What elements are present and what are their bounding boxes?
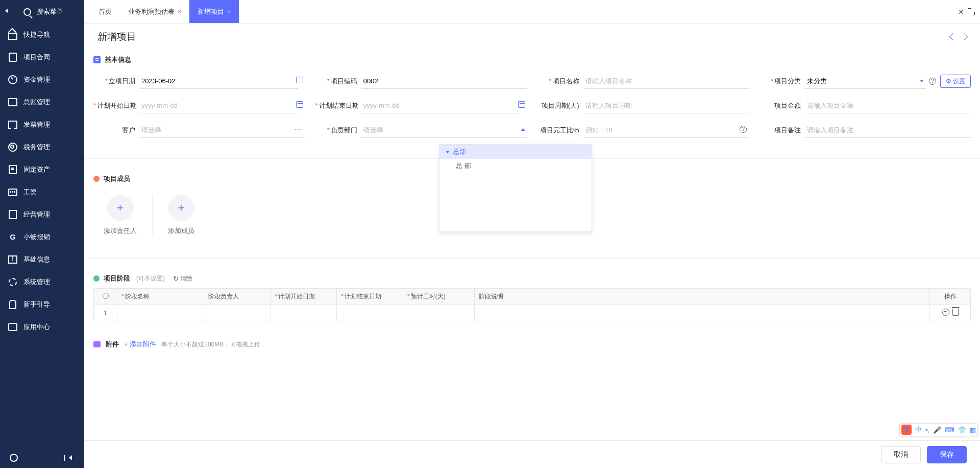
save-button[interactable]: 保存 — [927, 446, 967, 463]
table-row[interactable]: 1 — [94, 305, 971, 321]
tabs-bar: 首页 业务利润预估表× 新增项目× × — [84, 0, 980, 24]
label-dept: 负责部门 — [315, 126, 361, 135]
section-stages-icon — [93, 275, 100, 282]
add-attachment-button[interactable]: + 添加附件 — [124, 340, 156, 349]
guide-icon — [8, 300, 17, 309]
stages-table: 阶段名称 阶段负责人 计划开始日期 计划结束日期 预计工时(天) 阶段说明 操作… — [93, 288, 971, 321]
search-icon-glass — [22, 7, 32, 16]
label-proj-date: 立项日期 — [93, 77, 139, 86]
input-period[interactable] — [583, 98, 749, 113]
col-plan-end: 计划结束日期 — [341, 293, 381, 300]
col-action: 操作 — [930, 289, 971, 305]
ime-toolbox-icon[interactable]: ▦ — [970, 426, 976, 434]
sidebar-item-system[interactable]: 系统管理 — [0, 271, 84, 293]
label-cat: 项目分类 — [759, 77, 805, 86]
page-title: 新增项目 — [97, 30, 136, 43]
add-owner-label: 添加责任人 — [104, 226, 137, 236]
input-dept[interactable] — [361, 123, 527, 138]
input-code[interactable] — [361, 74, 527, 89]
add-owner-button[interactable]: + — [107, 195, 134, 221]
tax-icon — [8, 143, 17, 152]
col-stage-owner: 阶段负责人 — [204, 289, 271, 305]
gear-icon — [103, 293, 109, 299]
input-cust[interactable] — [139, 123, 305, 138]
sidebar-item-invoice[interactable]: 发票管理 — [0, 113, 84, 136]
sidebar-search[interactable]: 搜索菜单 — [0, 0, 84, 24]
col-est-hours: 预计工时(天) — [407, 293, 446, 300]
input-end[interactable] — [361, 98, 520, 113]
input-proj-date[interactable] — [139, 74, 298, 89]
close-all-icon[interactable]: × — [958, 7, 964, 16]
dropdown-item-hq[interactable]: 总部 — [439, 145, 592, 159]
sidebar-footer — [0, 448, 84, 468]
cancel-button[interactable]: 取消 — [881, 446, 921, 463]
add-member-label: 添加成员 — [168, 226, 194, 236]
col-plan-start: 计划开始日期 — [275, 293, 315, 300]
input-cat[interactable] — [805, 74, 926, 89]
sidebar-item-fund[interactable]: 资金管理 — [0, 68, 84, 91]
sidebar-item-salary[interactable]: 工资 — [0, 181, 84, 203]
fullscreen-icon[interactable] — [968, 8, 975, 15]
section-basic-icon — [93, 56, 101, 63]
delete-row-icon[interactable] — [952, 309, 959, 316]
col-settings[interactable] — [94, 289, 117, 305]
sidebar-item-appcenter[interactable]: 应用中心 — [0, 316, 84, 338]
caret-down-icon — [446, 151, 450, 153]
attach-title: 附件 — [106, 340, 119, 349]
prev-icon[interactable] — [949, 33, 957, 40]
label-code: 项目编码 — [315, 77, 361, 86]
sidebar-item-baseinfo[interactable]: 基础信息 — [0, 248, 84, 271]
ledger-icon — [8, 98, 17, 107]
close-icon[interactable]: × — [178, 8, 181, 15]
sidebar-item-asset[interactable]: 固定资产 — [0, 158, 84, 181]
xiaochang-icon: G — [8, 232, 17, 242]
stages-note: (可不设置) — [136, 274, 165, 283]
ime-mic-icon[interactable]: 🎤 — [933, 426, 941, 434]
document-icon — [8, 53, 17, 62]
sidebar-item-tax[interactable]: 税务管理 — [0, 136, 84, 158]
sidebar-item-quicknav[interactable]: 快捷导航 — [0, 24, 84, 46]
label-start: 计划开始日期 — [93, 101, 139, 110]
sidebar-item-guide[interactable]: 新手引导 — [0, 293, 84, 316]
section-basic: 基本信息 立项日期 项目编码 项目名称 项目分类?设置 计划开始日期 计划结束日… — [93, 50, 971, 148]
sidebar-item-contract[interactable]: 项目合同 — [0, 46, 84, 68]
divider — [84, 258, 980, 259]
next-icon[interactable] — [961, 33, 968, 40]
dept-dropdown[interactable]: 总部 总 部 — [439, 144, 592, 232]
input-done[interactable] — [583, 123, 749, 138]
col-stage-name: 阶段名称 — [121, 293, 150, 300]
settings-button[interactable]: 设置 — [940, 75, 971, 88]
clear-button[interactable]: 清除 — [173, 274, 192, 283]
label-amount: 项目金额 — [759, 101, 805, 110]
close-icon[interactable]: × — [227, 8, 231, 15]
tab-new-project[interactable]: 新增项目× — [189, 0, 239, 23]
input-amount[interactable] — [805, 98, 971, 113]
add-member-button[interactable]: + — [168, 195, 194, 221]
input-name[interactable] — [583, 74, 749, 89]
invoice-icon — [8, 120, 17, 129]
app-icon — [8, 322, 17, 332]
ime-bar[interactable]: S 中 •, 🎤 ⌨ 👕 ▦ — [899, 423, 978, 436]
dropdown-item-hq-child[interactable]: 总 部 — [439, 159, 592, 173]
sidebar-item-xiaochang[interactable]: G小畅报销 — [0, 226, 84, 248]
ime-logo-icon: S — [901, 425, 912, 435]
ime-punct-icon[interactable]: •, — [925, 426, 929, 434]
ime-keyboard-icon[interactable]: ⌨ — [945, 426, 954, 434]
ime-skin-icon[interactable]: 👕 — [958, 426, 966, 434]
sidebar-item-business[interactable]: 经营管理 — [0, 203, 84, 226]
attach-icon — [93, 341, 101, 347]
collapse-icon[interactable] — [66, 453, 75, 462]
divider — [152, 195, 153, 236]
info-icon — [8, 255, 17, 264]
sidebar-item-ledger[interactable]: 总账管理 — [0, 91, 84, 113]
section-members-icon — [93, 176, 100, 182]
help-icon[interactable]: ? — [929, 78, 936, 85]
input-start[interactable] — [139, 98, 298, 113]
ime-lang[interactable]: 中 — [915, 425, 922, 434]
add-row-icon[interactable] — [942, 309, 949, 316]
gear-icon[interactable] — [9, 453, 18, 462]
input-remark[interactable] — [805, 123, 971, 138]
tab-home[interactable]: 首页 — [90, 0, 120, 23]
tab-profit-report[interactable]: 业务利润预估表× — [120, 0, 189, 23]
footer: 取消 保存 — [84, 440, 980, 468]
